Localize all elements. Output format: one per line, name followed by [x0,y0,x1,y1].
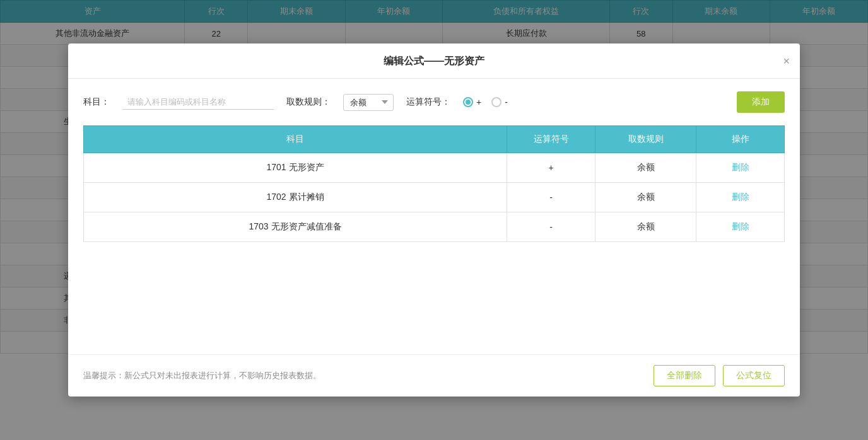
table-cell-subject: 1703 无形资产减值准备 [84,212,507,242]
radio-plus-label: + [476,97,481,107]
col-subject: 科目 [84,126,507,153]
table-row: 1701 无形资产+余额删除 [84,153,785,183]
table-cell-operator: + [507,153,595,183]
radio-minus-circle [491,97,501,107]
form-row: 科目： 取数规则： 余额 运算符号： + - [83,91,785,113]
col-operator: 运算符号 [507,126,595,153]
formula-table: 科目 运算符号 取数规则 操作 1701 无形资产+余额删除1702 累计摊销-… [83,125,785,242]
modal-dialog: 编辑公式——无形资产 × 科目： 取数规则： 余额 运算符号： [68,43,800,397]
rule-select[interactable]: 余额 [343,94,394,111]
modal-title: 编辑公式——无形资产 [384,55,484,68]
rule-label: 取数规则： [286,96,331,108]
table-cell-action: 删除 [696,212,785,242]
table-cell-action: 删除 [696,153,785,183]
table-cell-rule: 余额 [595,183,696,212]
radio-minus-label: - [505,97,508,107]
modal-footer: 温馨提示：新公式只对未出报表进行计算，不影响历史报表数据。 全部删除 公式复位 [68,354,800,397]
table-cell-operator: - [507,212,595,242]
col-rule: 取数规则 [595,126,696,153]
col-action: 操作 [696,126,785,153]
radio-plus[interactable]: + [463,97,481,107]
table-cell-subject: 1701 无形资产 [84,153,507,183]
delete-link[interactable]: 删除 [732,162,749,172]
footer-buttons: 全部删除 公式复位 [654,365,785,386]
table-cell-action: 删除 [696,183,785,212]
reset-button[interactable]: 公式复位 [723,365,785,386]
subject-input[interactable] [122,95,274,110]
table-cell-rule: 余额 [595,153,696,183]
table-cell-operator: - [507,183,595,212]
modal-body: 科目： 取数规则： 余额 运算符号： + - [68,79,800,354]
modal-header: 编辑公式——无形资产 × [68,43,800,79]
table-cell-rule: 余额 [595,212,696,242]
delete-all-button[interactable]: 全部删除 [654,365,715,386]
radio-minus[interactable]: - [491,97,508,107]
modal-overlay: 编辑公式——无形资产 × 科目： 取数规则： 余额 运算符号： [0,0,868,440]
add-button[interactable]: 添加 [737,91,785,113]
operator-label: 运算符号： [406,96,450,108]
delete-link[interactable]: 删除 [732,221,749,231]
rule-select-wrap: 余额 [343,94,394,111]
table-cell-subject: 1702 累计摊销 [84,183,507,212]
operator-radio-group: + - [463,97,508,107]
subject-label: 科目： [83,96,110,108]
modal-close-button[interactable]: × [783,55,790,67]
table-row: 1702 累计摊销-余额删除 [84,183,785,212]
delete-link[interactable]: 删除 [732,192,749,202]
footer-tip: 温馨提示：新公式只对未出报表进行计算，不影响历史报表数据。 [83,370,321,381]
table-row: 1703 无形资产减值准备-余额删除 [84,212,785,242]
radio-plus-circle [463,97,473,107]
